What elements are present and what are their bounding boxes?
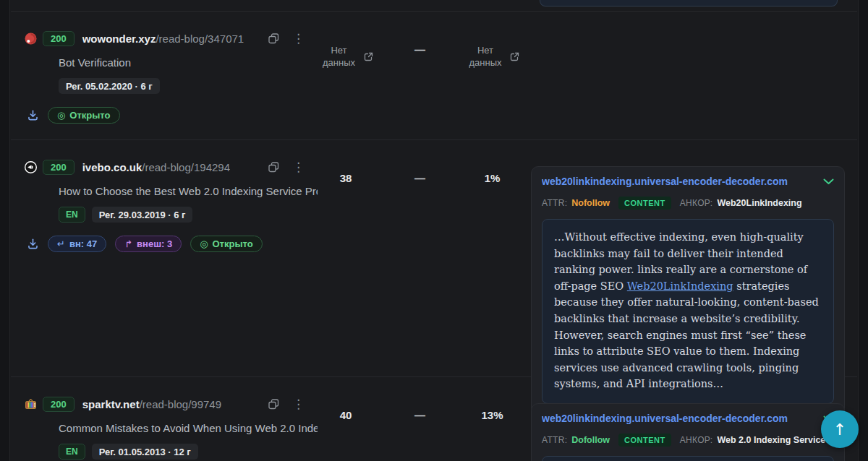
scrollbar-gutter[interactable] <box>858 0 868 461</box>
internal-links-chip[interactable]: ↵вн: 47 <box>48 236 106 252</box>
link-detail-panel: web20linkindexing.universal-encoder-deco… <box>531 166 845 415</box>
external-link-icon[interactable] <box>510 52 519 61</box>
attr-value: Nofollow <box>571 198 610 208</box>
copy-url-button[interactable] <box>268 162 279 173</box>
status-badge: 200 <box>43 160 75 175</box>
page-title: How to Choose the Best Web 2.0 Indexing … <box>59 185 318 197</box>
metric-col2: — <box>386 43 454 56</box>
chevron-down-icon[interactable] <box>823 178 834 185</box>
metric-dr: 38 <box>306 172 386 184</box>
metric-dr: 40 <box>306 409 386 421</box>
kebab-menu-icon[interactable]: ⋮ <box>292 398 305 410</box>
site-favicon <box>25 33 37 45</box>
site-favicon <box>25 398 37 410</box>
eye-icon: ◎ <box>57 110 65 121</box>
link-detail-panel: web20linkindexing.universal-encoder-deco… <box>531 403 845 461</box>
download-icon[interactable] <box>27 238 39 250</box>
metric-col2: — <box>386 409 454 421</box>
excerpt-anchor-link[interactable]: Web20LinkIndexing <box>627 280 733 292</box>
external-links-chip[interactable]: ↱внеш: 3 <box>115 236 182 252</box>
excerpt-text: …Without effective indexing, even high-q… <box>542 219 834 404</box>
attr-label: ATTR: <box>542 198 567 208</box>
result-row: 200 wowonder.xyz/read-blog/347071 ⋮ Bot … <box>11 30 857 140</box>
kebab-menu-icon[interactable]: ⋮ <box>292 33 305 45</box>
external-link-icon[interactable] <box>364 52 373 61</box>
open-page-button[interactable]: ◎Открыто <box>48 107 120 124</box>
link-type-badge: CONTENT <box>618 197 671 210</box>
anchor-label: АНКОР: <box>680 198 713 208</box>
status-badge: 200 <box>43 31 75 46</box>
metric-traffic: 13% <box>458 409 527 421</box>
metric-traffic: 1% <box>458 172 527 184</box>
site-favicon <box>25 161 37 173</box>
attr-label: ATTR: <box>542 435 567 445</box>
metric-col2: — <box>386 172 454 184</box>
language-badge: EN <box>59 207 85 223</box>
page-title: Bot Verification <box>59 56 318 69</box>
scroll-to-top-button[interactable]: ↑ <box>821 410 859 448</box>
copy-url-button[interactable] <box>268 33 279 44</box>
status-badge: 200 <box>43 397 75 412</box>
arrow-up-icon: ↑ <box>833 421 846 439</box>
anchor-value: Web 2.0 Indexing Service <box>717 435 825 445</box>
page-title: Common Mistakes to Avoid When Using Web … <box>59 422 318 434</box>
registration-badge: Рег. 01.05.2013 · 12 г <box>92 444 198 460</box>
left-edge-strip <box>0 0 10 461</box>
target-url-link[interactable]: web20linkindexing.universal-encoder-deco… <box>542 176 788 187</box>
previous-row-partial <box>11 0 857 12</box>
download-icon[interactable] <box>27 109 39 121</box>
open-page-button[interactable]: ◎Открыто <box>190 236 263 252</box>
anchor-label: АНКОР: <box>680 435 713 445</box>
previous-row-excerpt-remnant <box>540 0 838 7</box>
result-url[interactable]: wowonder.xyz/read-blog/347071 <box>82 33 244 45</box>
result-url[interactable]: sparktv.net/read-blog/99749 <box>82 398 221 410</box>
target-url-link[interactable]: web20linkindexing.universal-encoder-deco… <box>542 413 788 424</box>
anchor-value: Web20LinkIndexing <box>717 198 801 208</box>
kebab-menu-icon[interactable]: ⋮ <box>292 161 305 173</box>
registration-badge: Рег. 29.03.2019 · 6 г <box>92 207 193 223</box>
registration-badge: Рег. 05.02.2020 · 6 г <box>59 78 160 94</box>
attr-value: Dofollow <box>571 435 610 445</box>
link-type-badge: CONTENT <box>618 434 671 447</box>
metric-dr: Нет данных <box>306 43 386 69</box>
branch-arrow-icon: ↱ <box>124 238 132 249</box>
copy-url-button[interactable] <box>268 399 279 410</box>
eye-icon: ◎ <box>200 238 208 249</box>
backlink-checker-page: 200 wowonder.xyz/read-blog/347071 ⋮ Bot … <box>0 0 868 461</box>
language-badge: EN <box>59 444 85 460</box>
result-url[interactable]: ivebo.co.uk/read-blog/194294 <box>82 161 230 173</box>
result-row: 200 sparktv.net/read-blog/99749 ⋮ Common… <box>11 396 857 461</box>
results-list: 200 wowonder.xyz/read-blog/347071 ⋮ Bot … <box>11 0 857 461</box>
result-row: 200 ivebo.co.uk/read-blog/194294 ⋮ How t… <box>11 159 857 377</box>
excerpt-text: …could be the bridge between building ba… <box>542 456 834 461</box>
metric-traffic: Нет данных <box>458 43 527 69</box>
return-arrow-icon: ↵ <box>57 238 65 249</box>
